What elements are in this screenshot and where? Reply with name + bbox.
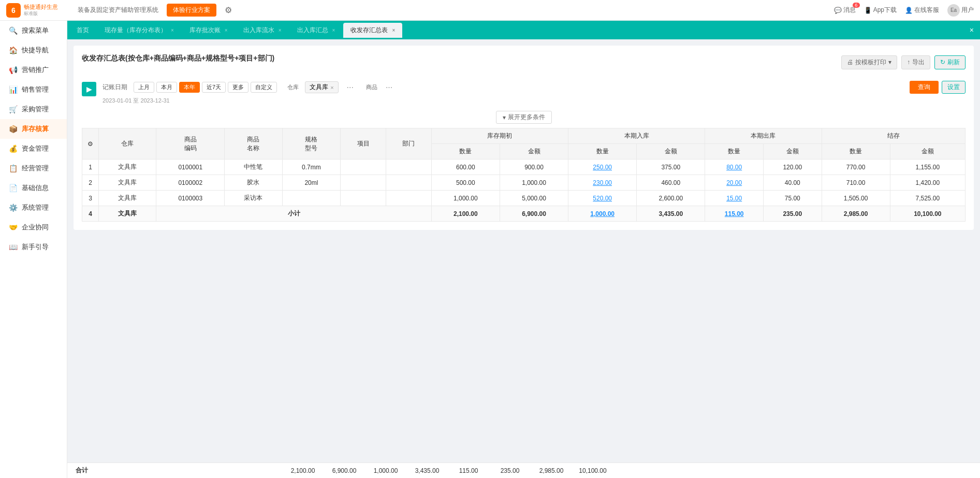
sidebar-item-marketing[interactable]: 📢 营销推广 xyxy=(0,60,67,80)
sidebar-item-inventory[interactable]: 📦 库存核算 xyxy=(0,119,67,139)
cell-goods-spec xyxy=(282,191,341,206)
cell-out-qty[interactable]: 80.00 xyxy=(705,160,764,175)
cell-no: 2 xyxy=(82,175,99,191)
th-warehouse: 仓库 xyxy=(99,128,156,160)
refresh-icon: ↻ xyxy=(940,59,945,66)
refresh-button[interactable]: ↻ 刷新 xyxy=(934,55,966,69)
basic-icon: 📄 xyxy=(8,184,18,192)
switch-industry-button[interactable]: 体验行业方案 xyxy=(167,4,216,17)
cell-in-qty[interactable]: 250.00 xyxy=(568,160,637,175)
subtotal-closing-qty: 2,985.00 xyxy=(822,206,890,222)
tab-inout-summary[interactable]: 出入库汇总 × xyxy=(290,23,343,38)
message-btn[interactable]: 💬 消息 6 xyxy=(834,6,856,15)
sidebar-item-label: 资金管理 xyxy=(22,144,49,153)
table-row: 3 文具库 0100003 采访本 1,000.00 5,000.00 520.… xyxy=(82,191,966,206)
tab-recv-send[interactable]: 收发存汇总表 × xyxy=(343,23,402,38)
subtotal-warehouse: 文具库 xyxy=(99,206,156,222)
logo-area: 6 畅捷通好生意 标准版 xyxy=(6,3,74,18)
total-out-qty: 115.00 xyxy=(448,467,489,474)
goods-more-icon[interactable]: ··· xyxy=(384,83,394,92)
subtotal-out-qty[interactable]: 115.00 xyxy=(705,206,764,222)
sidebar-item-search[interactable]: 🔍 搜索菜单 xyxy=(0,21,67,40)
user-btn[interactable]: Ea 用户 xyxy=(947,4,974,17)
refresh-label: 刷新 xyxy=(947,58,960,67)
date-btn-this-month[interactable]: 本月 xyxy=(156,82,177,93)
cell-opening-amt: 1,000.00 xyxy=(500,175,568,191)
sidebar-item-enterprise[interactable]: 🤝 企业协同 xyxy=(0,218,67,237)
sidebar-item-operations[interactable]: 📋 经营管理 xyxy=(0,158,67,178)
sidebar-item-guide[interactable]: 📖 新手引导 xyxy=(0,237,67,257)
date-btn-7days[interactable]: 近7天 xyxy=(202,82,226,93)
print-label: 按模板打印 xyxy=(855,58,886,67)
tab-batch-ledger[interactable]: 库存批次账 × xyxy=(182,23,235,38)
avatar: Ea xyxy=(947,4,960,17)
th-goods-name: 商品名称 xyxy=(225,128,282,160)
page-panel: 收发存汇总表(按仓库+商品编码+商品+规格型号+项目+部门) 🖨 按模板打印 ▾… xyxy=(74,46,974,230)
online-service-btn[interactable]: 👤 在线客服 xyxy=(905,6,939,15)
settings-icon[interactable]: ⚙ xyxy=(225,5,232,15)
query-button[interactable]: 查询 xyxy=(910,81,939,94)
content-area: 首页 现存量（库存分布表） × 库存批次账 × 出入库流水 × 出入库汇总 × … xyxy=(67,21,980,478)
th-project: 项目 xyxy=(341,128,386,160)
total-out-amt: 235.00 xyxy=(489,467,531,474)
date-btn-last-month[interactable]: 上月 xyxy=(134,82,154,93)
sidebar-item-label: 营销推广 xyxy=(22,65,49,75)
cell-no: 1 xyxy=(82,160,99,175)
tab-close-all[interactable]: × xyxy=(966,26,978,34)
sidebar-item-finance[interactable]: 💰 资金管理 xyxy=(0,139,67,158)
search-icon: 🔍 xyxy=(8,26,18,35)
export-button[interactable]: ↑ 导出 xyxy=(901,55,930,69)
message-count: 6 xyxy=(853,3,860,8)
cell-out-qty[interactable]: 20.00 xyxy=(705,175,764,191)
cell-out-qty[interactable]: 15.00 xyxy=(705,191,764,206)
print-button[interactable]: 🖨 按模板打印 ▾ xyxy=(841,55,897,69)
sidebar: 🔍 搜索菜单 🏠 快捷导航 📢 营销推广 📊 销售管理 🛒 采购管理 📦 库存核… xyxy=(0,21,67,478)
subtotal-opening-qty: 2,100.00 xyxy=(431,206,500,222)
th-out-qty: 数量 xyxy=(705,144,764,160)
th-settings[interactable]: ⚙ xyxy=(82,128,99,160)
settings-button[interactable]: 设置 xyxy=(942,81,966,94)
export-label: 导出 xyxy=(912,58,925,67)
sidebar-item-label: 基础信息 xyxy=(22,183,49,193)
subtotal-row: 4 文具库 小计 2,100.00 6,900.00 1,000.00 3,43… xyxy=(82,206,966,222)
sidebar-item-purchase[interactable]: 🛒 采购管理 xyxy=(0,99,67,119)
tab-inventory-dist[interactable]: 现存量（库存分布表） × xyxy=(97,23,181,38)
total-in-amt: 3,435.00 xyxy=(406,467,448,474)
system-icon: ⚙️ xyxy=(8,204,18,212)
date-btn-custom[interactable]: 自定义 xyxy=(251,82,277,93)
warehouse-more-icon[interactable]: ··· xyxy=(345,83,356,92)
tab-recv-send-close[interactable]: × xyxy=(392,27,395,33)
subtotal-in-qty[interactable]: 1,000.00 xyxy=(568,206,637,222)
cell-warehouse: 文具库 xyxy=(99,191,156,206)
sidebar-item-label: 库存核算 xyxy=(22,124,49,134)
cell-opening-amt: 900.00 xyxy=(500,160,568,175)
tab-home-label: 首页 xyxy=(77,26,89,35)
subtotal-in-amt: 3,435.00 xyxy=(637,206,705,222)
sidebar-item-system[interactable]: ⚙️ 系统管理 xyxy=(0,198,67,218)
sidebar-item-label: 销售管理 xyxy=(22,85,49,94)
table-row: 1 文具库 0100001 中性笔 0.7mm 600.00 900.00 25… xyxy=(82,160,966,175)
sidebar-item-label: 快捷导航 xyxy=(22,46,49,55)
tab-inventory-dist-close[interactable]: × xyxy=(171,27,174,33)
tab-home[interactable]: 首页 xyxy=(69,23,96,38)
expand-conditions-button[interactable]: ▾ 展开更多条件 xyxy=(496,111,552,124)
date-btn-this-year[interactable]: 本年 xyxy=(179,82,200,93)
sidebar-item-sales[interactable]: 📊 销售管理 xyxy=(0,80,67,99)
tab-inout-flow[interactable]: 出入库流水 × xyxy=(236,23,289,38)
cell-goods-spec: 20ml xyxy=(282,175,341,191)
sidebar-item-quick[interactable]: 🏠 快捷导航 xyxy=(0,40,67,60)
tab-batch-ledger-close[interactable]: × xyxy=(225,27,228,33)
tab-inout-flow-close[interactable]: × xyxy=(279,27,282,33)
filter-collapse-button[interactable]: ▶ xyxy=(82,82,96,96)
th-department: 部门 xyxy=(386,128,431,160)
date-buttons: 上月 本月 本年 近7天 更多 自定义 xyxy=(134,82,277,93)
cell-in-qty[interactable]: 230.00 xyxy=(568,175,637,191)
th-in-qty: 数量 xyxy=(568,144,637,160)
date-btn-more[interactable]: 更多 xyxy=(228,82,248,93)
sidebar-item-basic[interactable]: 📄 基础信息 xyxy=(0,178,67,198)
tab-inout-summary-close[interactable]: × xyxy=(332,27,335,33)
app-download-btn[interactable]: 📱 App下载 xyxy=(864,6,897,15)
cell-in-qty[interactable]: 520.00 xyxy=(568,191,637,206)
warehouse-tag-close[interactable]: × xyxy=(330,84,333,91)
th-period-out-group: 本期出库 xyxy=(705,128,822,144)
